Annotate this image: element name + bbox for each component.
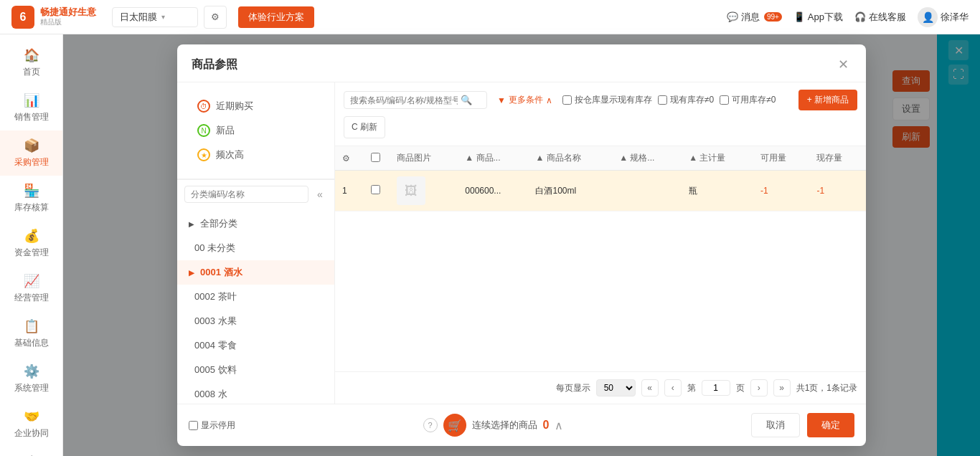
category-panel: ⏱ 近期购买 N 新品 ★ 频次高	[177, 82, 335, 404]
checkbox-usable-stock[interactable]: 可用库存≠0	[720, 94, 776, 106]
messages-button[interactable]: 💬 消息 99+	[727, 11, 782, 24]
confirm-button[interactable]: 确定	[807, 413, 854, 437]
modal-title: 商品参照	[192, 57, 237, 72]
logo-area: 6 畅捷通好生意 精品版	[11, 6, 98, 29]
product-reference-modal: 商品参照 ✕ ⏱ 近期购买	[177, 44, 866, 446]
col-unit[interactable]: ▲ 主计量	[682, 146, 753, 171]
avatar: 👤	[918, 7, 938, 27]
col-image: 商品图片	[390, 146, 458, 171]
sidebar-item-enterprise[interactable]: 🤝 企业协同	[0, 402, 62, 447]
app-download-button[interactable]: 📱 App下载	[793, 11, 843, 24]
cat-item-uncategorized[interactable]: 00 未分类	[177, 236, 334, 260]
category-list: ▶ 全部分类 00 未分类 ▶ 0001 酒水 0002 茶	[177, 209, 334, 404]
help-icon[interactable]: ?	[423, 418, 438, 432]
new-product-button[interactable]: + 新增商品	[798, 90, 857, 110]
cat-item-water[interactable]: 0008 水	[177, 382, 334, 404]
operations-icon: 📈	[24, 273, 39, 289]
sidebar-item-inventory[interactable]: 🏪 库存核算	[0, 176, 62, 221]
footer-right: 取消 确定	[751, 413, 854, 437]
purchase-icon: 📦	[24, 138, 39, 153]
modal-overlay: 商品参照 ✕ ⏱ 近期购买	[63, 34, 980, 456]
row-spec	[612, 171, 682, 212]
modal-close-button[interactable]: ✕	[834, 56, 852, 73]
sidebar-item-home[interactable]: 🏠 首页	[0, 40, 62, 85]
col-name[interactable]: ▲ 商品名称	[528, 146, 612, 171]
row-code: 000600...	[458, 171, 528, 212]
product-table-container: ⚙ 商品图片 ▲ 商品...	[335, 146, 866, 371]
sidebar-item-system[interactable]: ⚙️ 系统管理	[0, 356, 62, 402]
cat-item-liquor[interactable]: ▶ 0001 酒水	[177, 260, 334, 285]
product-panel: 🔍 ▼ 更多条件 ∧ 按仓库显示现有库存	[335, 82, 866, 404]
next-page-button[interactable]: ›	[750, 379, 768, 396]
checkbox-usable-input[interactable]	[720, 95, 729, 105]
cat-item-fruit[interactable]: 0003 水果	[177, 309, 334, 333]
sidebar-item-guide[interactable]: 🎓 新手引导	[0, 447, 62, 456]
table-header: ⚙ 商品图片 ▲ 商品...	[335, 146, 866, 171]
inventory-icon: 🏪	[24, 183, 39, 199]
modal-header: 商品参照 ✕	[177, 44, 866, 82]
page-number-input[interactable]	[702, 380, 730, 396]
collapse-cart-button[interactable]: ∧	[555, 419, 563, 432]
row-stock: -1	[809, 171, 866, 212]
search-icon[interactable]: 🔍	[461, 95, 472, 105]
logo-icon: 6	[11, 6, 34, 29]
settings-col-icon[interactable]: ⚙	[342, 153, 350, 163]
quick-filter-recent[interactable]: ⏱ 近期购买	[192, 95, 320, 117]
product-image: 🖼	[397, 176, 425, 205]
col-code[interactable]: ▲ 商品...	[458, 146, 528, 171]
last-page-button[interactable]: »	[773, 379, 791, 396]
filter-more-button[interactable]: ▼ 更多条件 ∧	[493, 91, 557, 109]
settings-button[interactable]: ⚙	[204, 6, 227, 29]
show-disabled-checkbox[interactable]: 显示停用	[189, 419, 235, 432]
row-unit: 瓶	[682, 171, 753, 212]
sidebar-item-purchase[interactable]: 📦 采购管理	[0, 130, 62, 176]
filter-icon: ▼	[497, 95, 506, 105]
checkbox-available-input[interactable]	[658, 95, 667, 105]
product-list: 1 🖼	[335, 171, 866, 212]
row-index: 1	[335, 171, 364, 212]
top-nav: 6 畅捷通好生意 精品版 日太阳膜 ▾ ⚙ 体验行业方案 💬 消息 99+ 📱 …	[0, 0, 980, 34]
refresh-button[interactable]: C 刷新	[344, 116, 385, 138]
sidebar-item-sales[interactable]: 📊 销售管理	[0, 85, 62, 130]
row-checkbox[interactable]	[371, 185, 380, 194]
user-profile[interactable]: 👤 徐泽华	[918, 7, 969, 27]
sidebar-item-finance[interactable]: 💰 资金管理	[0, 221, 62, 266]
cat-item-beverage[interactable]: 0005 饮料	[177, 358, 334, 382]
footer-left: 显示停用	[189, 419, 235, 432]
row-image-cell: 🖼	[390, 171, 458, 212]
cat-item-tea[interactable]: 0002 茶叶	[177, 285, 334, 309]
online-service-button[interactable]: 🎧 在线客服	[854, 11, 906, 24]
modal-body: ⏱ 近期购买 N 新品 ★ 频次高	[177, 82, 866, 404]
trial-button[interactable]: 体验行业方案	[238, 6, 314, 28]
cat-item-snack[interactable]: 0004 零食	[177, 333, 334, 358]
quick-filter-frequent[interactable]: ★ 频次高	[192, 144, 320, 166]
per-page-select[interactable]: 50 100	[596, 379, 636, 396]
checkbox-available-stock[interactable]: 现有库存≠0	[658, 94, 714, 106]
arrow-icon: ▶	[189, 220, 194, 228]
first-page-button[interactable]: «	[641, 379, 659, 396]
prev-page-button[interactable]: ‹	[664, 379, 682, 396]
cart-icon[interactable]: 🛒	[443, 414, 466, 437]
sidebar-item-operations[interactable]: 📈 经营管理	[0, 266, 62, 311]
collapse-panel-button[interactable]: «	[313, 187, 327, 201]
service-icon: 🎧	[854, 11, 866, 22]
show-disabled-input[interactable]	[189, 421, 198, 430]
category-top: ⏱ 近期购买 N 新品 ★ 频次高	[177, 82, 334, 179]
quick-filter-new[interactable]: N 新品	[192, 120, 320, 141]
table-row[interactable]: 1 🖼	[335, 171, 866, 212]
store-selector[interactable]: 日太阳膜 ▾	[112, 7, 198, 27]
product-search-input[interactable]	[350, 95, 458, 105]
product-table: ⚙ 商品图片 ▲ 商品...	[335, 146, 866, 212]
download-icon: 📱	[793, 11, 805, 22]
enterprise-icon: 🤝	[24, 409, 39, 424]
nav-right: 💬 消息 99+ 📱 App下载 🎧 在线客服 👤 徐泽华	[727, 7, 969, 27]
checkbox-by-warehouse-input[interactable]	[562, 95, 572, 105]
sidebar-item-basic[interactable]: 📋 基础信息	[0, 311, 62, 356]
category-search-input[interactable]	[184, 186, 308, 203]
select-all-checkbox[interactable]	[371, 153, 380, 162]
col-spec[interactable]: ▲ 规格...	[612, 146, 682, 171]
cancel-button[interactable]: 取消	[751, 413, 800, 437]
new-icon: N	[197, 124, 210, 137]
cat-item-all[interactable]: ▶ 全部分类	[177, 212, 334, 236]
checkbox-by-warehouse[interactable]: 按仓库显示现有库存	[562, 94, 652, 106]
